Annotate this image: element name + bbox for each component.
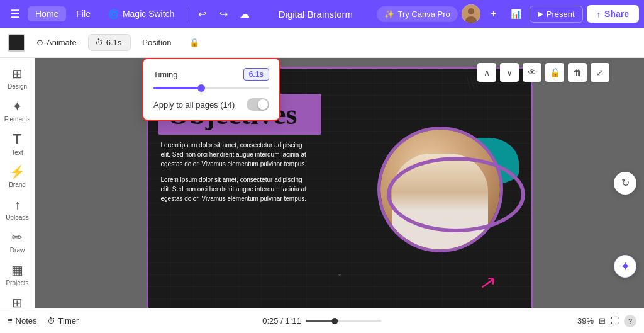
progress-fill [306,320,333,322]
design-icon: ⊞ [12,66,23,81]
main-area: ⊞ Design ✦ Elements T Text ⚡ Brand ↑ Upl… [0,58,644,308]
timer-button[interactable]: ⏱ Timer [47,316,79,325]
svg-point-1 [468,8,474,14]
timing-row: Timing 6.1s [153,68,269,81]
analytics-icon[interactable]: 📊 [507,4,526,23]
file-button[interactable]: File [69,6,98,21]
sidebar-item-text[interactable]: T Text [3,128,33,159]
bottom-bar: ≡ Notes ⏱ Timer 0:25 / 1:11 39% ⊞ ⛶ ? [0,308,644,333]
nav-divider-1 [187,6,187,21]
timer-icon: ⏱ [47,316,55,325]
slide-body-2: Lorem ipsum dolor sit amet, consectetur … [161,175,343,203]
timing-slider-thumb [197,84,205,92]
home-button[interactable]: Home [28,6,66,21]
zoom-level: 39% [577,316,594,325]
lock-element-button[interactable]: 🔒 [545,63,564,82]
brand-icon: ⚡ [9,164,25,179]
projects-icon: ▦ [11,262,23,278]
notes-button[interactable]: ≡ Notes [8,316,37,325]
notes-icon: ≡ [8,316,13,325]
timing-popup: Timing 6.1s Apply to all pages (14) [142,58,280,121]
uploads-icon: ↑ [14,198,21,212]
plus-icon: ✦ [620,259,631,274]
timing-button[interactable]: ⏱ 6.1s [88,34,131,51]
purple-circle-decoration [387,157,525,232]
nav-right: ✨ Try Canva Pro + 📊 ▶ Present ↑ Share [377,4,639,23]
animate-button[interactable]: ⊙ Animate [30,35,83,50]
grid-icon: ⊞ [599,316,606,325]
apps-icon: ⊞ [12,295,23,308]
add-collaborator-button[interactable]: + [484,4,503,23]
menu-icon[interactable]: ☰ [5,4,25,24]
sidebar-item-draw[interactable]: ✏ Draw [3,227,33,257]
canvas-top-toolbar: ∧ ∨ 👁 🔒 🗑 ⤢ [477,63,609,82]
sidebar-item-design[interactable]: ⊞ Design [3,63,33,93]
expand-button[interactable]: ⤢ [591,63,609,82]
timing-slider[interactable] [153,87,269,89]
fullscreen-icon: ⛶ [611,316,619,325]
apply-toggle[interactable] [247,98,269,111]
share-button[interactable]: ↑ Share [587,5,639,23]
refresh-button[interactable]: ↻ [614,172,636,195]
slide-body-1: Lorem ipsum dolor sit amet, consectetur … [161,140,343,169]
lock-button[interactable]: 🔒 [183,35,206,50]
move-down-button[interactable]: ∨ [500,63,519,82]
try-pro-button[interactable]: ✨ Try Canva Pro [377,6,457,22]
progress-bar[interactable] [306,320,382,322]
toggle-knob [258,99,268,110]
help-icon: ? [624,315,636,327]
help-button[interactable]: ? [624,315,636,327]
color-swatch[interactable] [8,34,25,52]
eye-button[interactable]: 👁 [523,63,541,82]
avatar[interactable] [462,4,480,23]
refresh-icon: ↻ [621,177,630,189]
elements-icon: ✦ [12,99,23,114]
sidebar: ⊞ Design ✦ Elements T Text ⚡ Brand ↑ Upl… [0,58,35,308]
progress-thumb [332,318,338,324]
bottom-right: 39% ⊞ ⛶ ? [577,315,636,327]
apply-row: Apply to all pages (14) [153,98,269,111]
time-display: 0:25 / 1:11 [262,316,301,325]
canvas-area[interactable]: Timing 6.1s Apply to all pages (14) ∧ ∨ … [35,58,644,308]
text-icon: T [13,131,21,147]
grid-view-button[interactable]: ⊞ [599,316,606,325]
draw-icon: ✏ [12,230,23,245]
magic-switch-button[interactable]: 🌀 Magic Switch [101,6,182,21]
add-element-button[interactable]: ✦ [614,255,636,278]
doc-title[interactable]: Digital Brainstorm [279,9,353,20]
timing-value: 6.1s [243,68,269,81]
cloud-save-icon: ☁ [235,4,254,23]
timing-slider-fill [153,87,200,89]
element-toolbar: ⊙ Animate ⏱ 6.1s Position 🔒 [0,28,644,58]
scroll-indicator[interactable]: ⌄ [332,269,347,278]
present-button[interactable]: ▶ Present [530,6,583,23]
slide-right [349,69,531,308]
sidebar-item-elements[interactable]: ✦ Elements [3,96,33,126]
sidebar-item-projects[interactable]: ▦ Projects [3,259,33,290]
nav-center: Digital Brainstorm [257,9,374,20]
apply-label: Apply to all pages (14) [153,100,235,110]
delete-element-button[interactable]: 🗑 [568,63,587,82]
position-button[interactable]: Position [136,35,177,50]
redo-button[interactable]: ↪ [214,4,233,23]
undo-button[interactable]: ↩ [192,4,211,23]
top-nav: ☰ Home File 🌀 Magic Switch ↩ ↪ ☁ Digital… [0,0,644,28]
sidebar-item-brand[interactable]: ⚡ Brand [3,161,33,191]
move-up-button[interactable]: ∧ [477,63,496,82]
bottom-center: 0:25 / 1:11 [262,316,381,325]
sidebar-item-uploads[interactable]: ↑ Uploads [3,194,33,224]
deco-arrow-icon: ↗ [477,269,498,295]
sidebar-item-apps[interactable]: ⊞ Apps [3,292,33,308]
fullscreen-button[interactable]: ⛶ [611,316,619,325]
timing-label: Timing [153,70,178,79]
